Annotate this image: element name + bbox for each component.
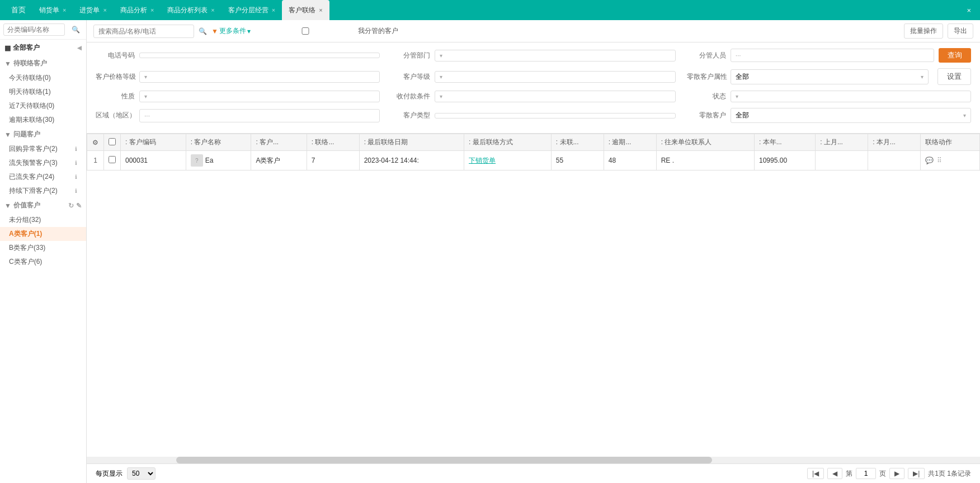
sidebar-item-b-class[interactable]: B类客户(33)	[0, 241, 86, 255]
comment-icon[interactable]: 💬	[925, 157, 934, 164]
nav-customer-tiering[interactable]: 客户分层经营 ×	[222, 0, 282, 20]
th-settings[interactable]: ⚙	[87, 134, 104, 151]
select-all-checkbox[interactable]	[109, 138, 116, 145]
sidebar-item-repurchase-abnormal[interactable]: 回购异常客户(2) ℹ	[0, 142, 86, 156]
sidebar-item-overdue-contact[interactable]: 逾期未联络(30)	[0, 113, 86, 127]
th-contact-count[interactable]: : 联络...	[307, 134, 359, 151]
sidebar-item-lost[interactable]: 已流失客户(24) ℹ	[0, 170, 86, 184]
nav-customer-contact[interactable]: 客户联络 ×	[282, 0, 329, 20]
sidebar-item-a-class[interactable]: A类客户(1)	[0, 227, 86, 241]
th-level[interactable]: : 客户...	[251, 134, 307, 151]
sidebar-item-declining[interactable]: 持续下滑客户(2) ℹ	[0, 184, 86, 198]
search-icon[interactable]: 🔍	[199, 27, 207, 35]
all-customers-header[interactable]: ▦ 全部客户 ◀	[0, 40, 86, 56]
filter-region-input[interactable]: ···	[139, 109, 380, 122]
nav-sales-order[interactable]: 销货单 ×	[32, 0, 73, 20]
sidebar-item-loss-warning[interactable]: 流失预警客户(3) ℹ	[0, 156, 86, 170]
filter-retail: 零散客户 全部▾	[687, 108, 971, 123]
close-product-analysis-list[interactable]: ×	[211, 7, 214, 13]
last-contact-type-link[interactable]: 下销货单	[469, 157, 496, 164]
nav-product-analysis[interactable]: 商品分析 ×	[114, 0, 161, 20]
sidebar-search-icon[interactable]: 🔍	[72, 26, 80, 34]
nav-home[interactable]: 首页	[4, 0, 32, 20]
batch-ops-btn[interactable]: 批量操作	[904, 23, 943, 39]
close-sales-order[interactable]: ×	[63, 7, 66, 13]
th-not-contacted[interactable]: : 未联...	[551, 134, 604, 151]
row-code: 000031	[121, 151, 186, 171]
pending-contact-header: ▼ 待联络客户	[0, 56, 86, 71]
page-label: 第	[846, 469, 852, 479]
table-row: 1 000031 ? Ea A类客户 7 2023-04-	[87, 151, 980, 171]
first-page-btn[interactable]: |◀	[807, 468, 824, 479]
filter-customer-level-select[interactable]: ▾	[435, 71, 675, 83]
problem-customers-header: ▼ 问题客户	[0, 127, 86, 142]
filter-customer-level-label: 客户等级	[391, 72, 430, 82]
row-name[interactable]: ? Ea	[186, 151, 251, 171]
per-page-select[interactable]: 50 100 200	[127, 467, 156, 480]
th-name[interactable]: : 客户名称	[186, 134, 251, 151]
filter-phone: 电话号码	[96, 48, 380, 63]
sidebar-item-unclassified[interactable]: 未分组(32)	[0, 213, 86, 227]
close-all-tabs[interactable]: ×	[967, 6, 976, 15]
filter-nature-select[interactable]: ▾	[139, 91, 380, 102]
th-last-month[interactable]: : 上月...	[816, 134, 868, 151]
row-select-checkbox[interactable]	[109, 156, 116, 163]
close-product-analysis[interactable]: ×	[150, 7, 154, 13]
close-purchase-order[interactable]: ×	[103, 7, 106, 13]
my-customers-checkbox[interactable]	[255, 27, 356, 35]
value-customers-header[interactable]: ▼ 价值客户 ↻ ✎	[0, 198, 86, 213]
my-customers-label: 我分管的客户	[358, 26, 398, 36]
filter-payment-select[interactable]: ▾	[435, 91, 675, 102]
sidebar-search-input[interactable]	[3, 23, 65, 36]
customer-name-text: Ea	[205, 157, 214, 164]
filter-customer-type-input[interactable]	[435, 113, 675, 119]
th-code[interactable]: : 客户编码	[121, 134, 186, 151]
filter-person-input[interactable]: ···	[731, 49, 934, 62]
filter-retail-select[interactable]: 全部▾	[731, 108, 971, 123]
nav-product-analysis-list[interactable]: 商品分析列表 ×	[161, 0, 221, 20]
qr-icon[interactable]: ⠿	[937, 157, 942, 164]
row-checkbox[interactable]	[104, 151, 121, 171]
sidebar-item-tomorrow-contact[interactable]: 明天待联络(1)	[0, 85, 86, 99]
horizontal-scrollbar[interactable]	[87, 457, 980, 463]
filter-status-select[interactable]: ▾	[731, 91, 971, 102]
search-input[interactable]	[93, 25, 194, 38]
edit-icon[interactable]: ✎	[76, 202, 82, 210]
sidebar-item-7days-contact[interactable]: 近7天待联络(0)	[0, 99, 86, 113]
page-number-input[interactable]	[856, 468, 876, 479]
filter-region: 区域（地区） ···	[96, 108, 380, 123]
more-conditions-btn[interactable]: ▼ 更多条件 ▾	[211, 26, 251, 36]
filter-phone-input[interactable]	[139, 53, 380, 58]
filter-price-level-select[interactable]: ▾	[139, 71, 380, 83]
filter-dept-select[interactable]: ▾	[435, 50, 675, 61]
close-customer-tiering[interactable]: ×	[272, 7, 275, 13]
sidebar-item-c-class[interactable]: C类客户(6)	[0, 255, 86, 269]
th-this-month[interactable]: : 本月...	[868, 134, 921, 151]
nav-purchase-order[interactable]: 进货单 ×	[73, 0, 113, 20]
row-this-month	[868, 151, 921, 171]
prev-page-btn[interactable]: ◀	[827, 468, 842, 479]
refresh-icon[interactable]: ↻	[68, 202, 74, 210]
export-btn[interactable]: 导出	[948, 23, 973, 39]
query-btn[interactable]: 查询	[939, 48, 971, 63]
th-contact-person[interactable]: : 往来单位联系人	[656, 134, 754, 151]
th-overdue[interactable]: : 逾期...	[604, 134, 656, 151]
next-page-btn[interactable]: ▶	[889, 468, 904, 479]
sidebar-collapse-icon[interactable]: ◀	[77, 45, 82, 51]
more-conditions-arrow: ▾	[247, 27, 251, 35]
row-last-type[interactable]: 下销货单	[464, 151, 552, 171]
close-customer-contact[interactable]: ×	[319, 7, 322, 13]
th-checkbox[interactable]	[104, 134, 121, 151]
th-last-date[interactable]: : 最后联络日期	[359, 134, 464, 151]
page-end-label: 页	[879, 469, 886, 479]
my-customers-filter[interactable]: 我分管的客户	[255, 26, 398, 36]
filter-retail-attr-select[interactable]: 全部▾	[731, 69, 929, 84]
th-this-year[interactable]: : 本年...	[755, 134, 816, 151]
th-last-type[interactable]: : 最后联络方式	[464, 134, 552, 151]
advanced-filter: 电话号码 分管部门 ▾ 分管人员 ··· 查询 客户价格等级	[87, 42, 980, 134]
last-page-btn[interactable]: ▶|	[908, 468, 925, 479]
settings-btn[interactable]: 设置	[937, 68, 971, 85]
sidebar: 🔍 ▦ 全部客户 ◀ ▼ 待联络客户 今天待联络(0) 明天待联络(1) 近7天…	[0, 20, 87, 483]
th-last-month-sort: :	[820, 138, 824, 146]
sidebar-item-today-contact[interactable]: 今天待联络(0)	[0, 71, 86, 85]
